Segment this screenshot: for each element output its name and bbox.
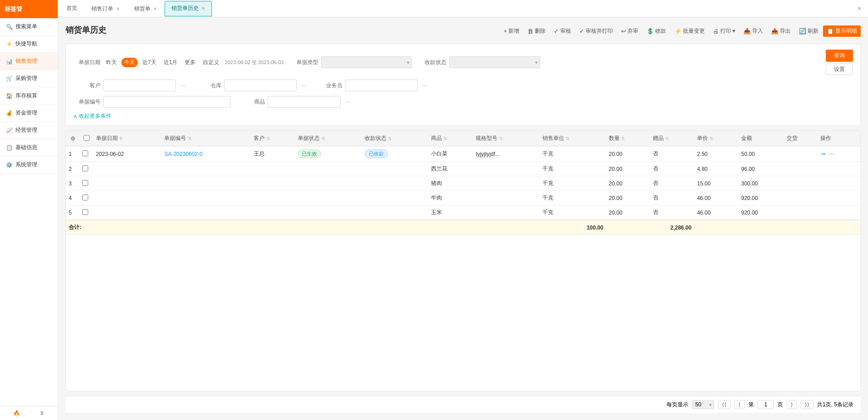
edit-action[interactable]: ✏ xyxy=(820,151,828,157)
cell-checkbox[interactable] xyxy=(80,205,93,220)
cell-checkbox[interactable] xyxy=(80,146,93,162)
tab-home[interactable]: 首页 xyxy=(60,1,84,16)
per-page-select[interactable]: 50 100 xyxy=(692,400,714,409)
abandon-label: 弃审 xyxy=(627,27,638,35)
doc-no-link[interactable]: SA-20230602-0 xyxy=(164,151,202,157)
prev-page-btn[interactable]: ⟨ xyxy=(734,400,745,409)
col-spec[interactable]: 规格型号 ⇅ xyxy=(473,131,539,146)
content-area: 销货单历史 + 新增 🗑 删除 ✓ 审核 ✓ 审核并打印 xyxy=(58,17,868,420)
audit-button[interactable]: ✓ 审核 xyxy=(550,25,575,37)
audit-print-button[interactable]: ✓ 审核并打印 xyxy=(576,25,617,37)
select-all-checkbox[interactable] xyxy=(84,135,90,141)
cell-spec xyxy=(473,162,539,176)
import-icon: 📥 xyxy=(743,28,751,35)
next-page-btn[interactable]: ⟩ xyxy=(787,400,797,409)
sidebar-item-base-info[interactable]: 📋 基础信息 xyxy=(0,139,58,156)
batch-change-button[interactable]: ⚡ 批量变更 xyxy=(671,25,708,37)
cell-doc-date xyxy=(93,205,161,220)
sidebar-item-search[interactable]: 🔍 搜索菜单 xyxy=(0,18,58,35)
print-button[interactable]: 🖨 打印 ▾ xyxy=(709,25,739,37)
tab-sales-order[interactable]: 销售订单 ✕ xyxy=(85,1,126,16)
col-checkbox[interactable] xyxy=(80,131,93,146)
col-goods[interactable]: 商品 ⇅ xyxy=(428,131,473,146)
col-unit[interactable]: 销售单位 ⇅ xyxy=(540,131,606,146)
date-pill-1month[interactable]: 近1月 xyxy=(161,58,181,67)
salesperson-input[interactable] xyxy=(345,80,418,91)
import-button[interactable]: 📥 导入 xyxy=(740,25,767,37)
warehouse-input[interactable] xyxy=(224,80,297,91)
tab-sales-delivery[interactable]: 销货单 ✕ xyxy=(127,1,164,16)
sidebar-item-operations[interactable]: 📈 经营管理 xyxy=(0,122,58,139)
cell-goods: 牛肉 xyxy=(428,191,473,205)
new-button[interactable]: + 新增 xyxy=(500,25,523,37)
date-pill-7days[interactable]: 近7天 xyxy=(140,58,159,67)
collect-status-select[interactable] xyxy=(449,56,540,68)
refresh-button[interactable]: 🔄 刷新 xyxy=(795,25,822,37)
cell-seq: 1 xyxy=(66,146,80,162)
tab-sales-delivery-close[interactable]: ✕ xyxy=(153,6,157,11)
customer-input[interactable] xyxy=(103,80,176,91)
tab-window-close[interactable]: ✕ xyxy=(857,5,866,12)
row-checkbox-3[interactable] xyxy=(82,195,88,200)
sidebar-footer-icon1[interactable]: 🔥 xyxy=(13,410,20,416)
col-customer[interactable]: 客户 ⇅ xyxy=(251,131,295,146)
settings-button[interactable]: 设置 xyxy=(826,64,853,75)
cell-delivery xyxy=(784,205,818,220)
sidebar-item-sales[interactable]: 📊 销售管理 xyxy=(0,53,58,70)
cell-collect-status: 已收款 xyxy=(362,146,428,162)
sidebar-item-finance[interactable]: 💰 资金管理 xyxy=(0,105,58,122)
filter-area: 单据日期 昨天 今天 近7天 近1月 更多 自定义 2023-06-02 至 2… xyxy=(65,44,861,126)
abandon-button[interactable]: ↩ 弃审 xyxy=(617,25,642,37)
audit-label: 审核 xyxy=(560,27,571,35)
col-doc-date[interactable]: 单据日期 ⇅ xyxy=(93,131,161,146)
row-checkbox-1[interactable] xyxy=(82,165,88,171)
collect-button[interactable]: 💲 收款 xyxy=(643,25,670,37)
salesperson-ellipsis[interactable]: ··· xyxy=(421,82,429,89)
col-doc-no[interactable]: 单据编号 ⇅ xyxy=(161,131,251,146)
doc-no-input[interactable] xyxy=(103,96,231,108)
audit-print-label: 审核并打印 xyxy=(586,27,613,35)
col-unit-price[interactable]: 单价 ⇅ xyxy=(694,131,738,146)
last-page-btn[interactable]: ⟩⟩ xyxy=(801,400,813,409)
more-action[interactable]: ⋯ xyxy=(828,151,836,157)
cell-checkbox[interactable] xyxy=(80,162,93,176)
goods-input[interactable] xyxy=(268,96,341,108)
warehouse-ellipsis[interactable]: ··· xyxy=(300,82,308,89)
sidebar-item-inventory[interactable]: 🏠 库存核算 xyxy=(0,87,58,105)
cell-qty: 20.00 xyxy=(606,205,650,220)
col-settings[interactable]: ⚙ xyxy=(66,131,80,146)
customer-ellipsis[interactable]: ··· xyxy=(179,82,187,89)
col-qty[interactable]: 数量 ⇅ xyxy=(606,131,650,146)
date-pill-more[interactable]: 更多 xyxy=(182,58,198,67)
cell-checkbox[interactable] xyxy=(80,191,93,205)
date-pill-today[interactable]: 今天 xyxy=(121,58,138,67)
collapse-arrow: ∧ xyxy=(73,113,77,120)
query-button[interactable]: 查询 xyxy=(826,50,853,62)
show-detail-button[interactable]: 📋 显示明细 xyxy=(823,25,861,37)
tab-sales-order-close[interactable]: ✕ xyxy=(116,6,120,11)
sidebar-item-system[interactable]: ⚙️ 系统管理 xyxy=(0,156,58,174)
sidebar-item-quick-nav[interactable]: ⚡ 快捷导航 xyxy=(0,35,58,53)
tab-sales-history[interactable]: 销货单历史 ✕ xyxy=(165,1,212,16)
quick-nav-icon: ⚡ xyxy=(5,40,13,48)
sidebar-item-purchase[interactable]: 🛒 采购管理 xyxy=(0,70,58,87)
col-doc-status[interactable]: 单据状态 ⇅ xyxy=(295,131,361,146)
collapse-button[interactable]: ∧ 收起更多条件 xyxy=(73,112,853,120)
sort-unit: ⇅ xyxy=(566,136,569,141)
delete-button[interactable]: 🗑 删除 xyxy=(524,25,549,37)
sidebar-footer-icon2[interactable]: ⏸ xyxy=(39,410,45,416)
cell-checkbox[interactable] xyxy=(80,176,93,191)
tab-sales-history-close[interactable]: ✕ xyxy=(201,6,205,11)
export-button[interactable]: 📤 导出 xyxy=(768,25,794,37)
col-collect-status[interactable]: 收款状态 ⇅ xyxy=(362,131,428,146)
first-page-btn[interactable]: ⟨⟨ xyxy=(718,400,731,409)
row-checkbox-4[interactable] xyxy=(82,209,88,215)
goods-ellipsis[interactable]: ··· xyxy=(343,99,351,105)
row-checkbox-0[interactable] xyxy=(82,150,88,156)
date-pill-yesterday[interactable]: 昨天 xyxy=(103,58,120,67)
page-input[interactable] xyxy=(758,400,774,409)
doc-type-select[interactable] xyxy=(321,56,412,68)
col-gift[interactable]: 赠品 ⇅ xyxy=(650,131,694,146)
date-pill-custom[interactable]: 自定义 xyxy=(200,58,222,67)
row-checkbox-2[interactable] xyxy=(82,180,88,186)
